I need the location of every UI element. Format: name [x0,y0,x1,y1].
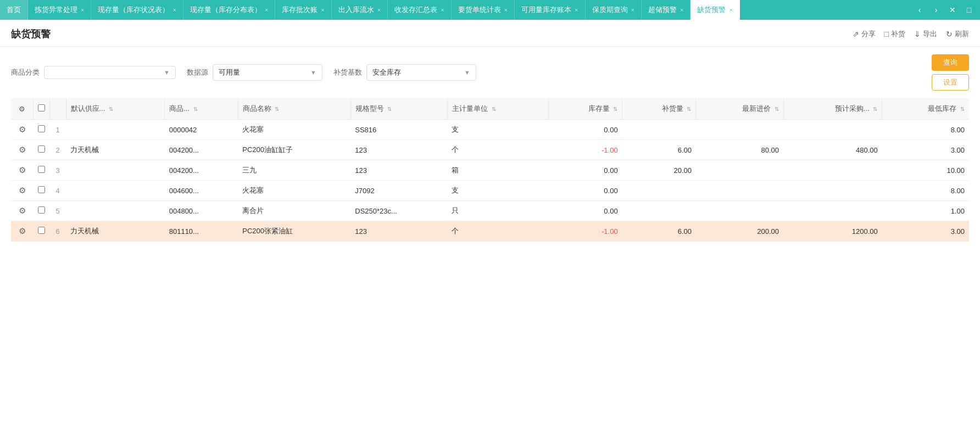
export-action[interactable]: ⇓ 导出 [914,29,937,39]
row-checkbox[interactable] [38,166,45,173]
export-icon: ⇓ [914,30,921,38]
col-gear: ⚙ [11,98,33,120]
row-stock: -1.00 [548,140,622,160]
table-row: ⚙ 3 004200... 三九 123 箱 0.00 20.00 10.00 [11,160,969,181]
row-spec: SS816 [350,120,447,140]
col-product-code-sort: ⇅ [193,106,198,112]
tab-picking[interactable]: 拣货异常处理 × [28,0,91,20]
row-product-name: 火花塞 [238,181,350,201]
row-checkbox[interactable] [38,206,45,214]
close-tab-expiry[interactable]: × [631,7,634,13]
col-supplier[interactable]: 默认供应... ⇅ [66,98,165,120]
data-table: ⚙ 默认供应... ⇅ 商品... ⇅ 商品名称 [11,98,969,242]
close-tab-inventory-dist[interactable]: × [265,7,268,13]
row-checkbox-cell [33,120,49,140]
tab-batch-account[interactable]: 库存批次账 × [275,0,331,20]
row-stock: 0.00 [548,181,622,201]
tab-expiry[interactable]: 保质期查询 × [586,0,642,20]
col-product-name[interactable]: 商品名称 ⇅ [238,98,350,120]
tab-available[interactable]: 可用量库存账本 × [515,0,585,20]
row-replenish-qty: 6.00 [622,221,696,242]
row-product-code: 004800... [165,201,238,221]
row-replenish-qty: 20.00 [622,160,696,181]
row-unit: 个 [447,221,548,242]
refresh-action[interactable]: ↻ 刷新 [946,29,969,39]
row-gear-icon[interactable]: ⚙ [19,226,26,236]
tab-home[interactable]: 首页 [0,0,28,20]
query-button[interactable]: 查询 [932,54,969,71]
row-est-purchase [783,160,882,181]
col-est-purchase[interactable]: 预计采购... ⇅ [783,98,882,120]
replenish-action[interactable]: □ 补货 [884,29,905,39]
close-tab-overstock[interactable]: × [680,7,683,13]
close-tab-batch-account[interactable]: × [321,7,324,13]
row-gear-cell: ⚙ [11,181,33,201]
close-tab-flow[interactable]: × [377,7,381,13]
row-spec: 123 [350,221,447,242]
row-number: 3 [49,160,66,181]
close-tab-shortage[interactable]: × [729,7,732,13]
row-replenish-qty: 6.00 [622,140,696,160]
row-number: 5 [49,201,66,221]
tab-inventory-status[interactable]: 现存量（库存状况表） × [91,0,183,20]
col-replenish-qty-sort: ⇅ [687,106,691,112]
tab-requisition[interactable]: 要货单统计表 × [452,0,515,20]
col-latest-price-sort: ⇅ [775,106,779,112]
close-tab-available[interactable]: × [575,7,578,13]
col-product-code[interactable]: 商品... ⇅ [165,98,238,120]
row-checkbox-cell [33,181,49,201]
row-est-purchase: 1200.00 [783,221,882,242]
row-gear-icon[interactable]: ⚙ [19,125,26,134]
row-checkbox[interactable] [38,227,45,234]
replenish-select[interactable]: 安全库存 ▼ [366,64,476,81]
row-latest-price: 80.00 [696,140,783,160]
nav-next-button[interactable]: › [928,3,944,16]
nav-fullscreen-button[interactable]: □ [961,3,977,16]
share-action[interactable]: ⇗ 分享 [853,29,876,39]
settings-button[interactable]: 设置 [932,74,969,91]
nav-close-button[interactable]: ✕ [945,3,960,16]
select-all-checkbox[interactable] [38,104,45,111]
col-min-stock[interactable]: 最低库存 ⇅ [882,98,969,120]
close-tab-picking[interactable]: × [81,7,84,13]
row-checkbox[interactable] [38,186,45,193]
row-supplier [66,160,165,181]
col-replenish-qty[interactable]: 补货量 ⇅ [622,98,696,120]
row-gear-icon[interactable]: ⚙ [19,145,26,154]
row-product-name: PC200张紧油缸 [238,221,350,242]
row-unit: 支 [447,120,548,140]
col-latest-price[interactable]: 最新进价 ⇅ [696,98,783,120]
close-tab-summary[interactable]: × [441,7,444,13]
row-checkbox[interactable] [38,125,45,132]
gear-header-icon[interactable]: ⚙ [19,105,25,113]
nav-prev-button[interactable]: ‹ [912,3,927,16]
col-spec[interactable]: 规格型号 ⇅ [350,98,447,120]
tab-overstock[interactable]: 超储预警 × [642,0,691,20]
row-checkbox[interactable] [38,145,45,153]
replenish-select-arrow: ▼ [464,69,470,76]
col-stock[interactable]: 库存量 ⇅ [548,98,622,120]
tab-summary[interactable]: 收发存汇总表 × [388,0,451,20]
tab-inventory-dist[interactable]: 现存量（库存分布表） × [183,0,275,20]
tab-flow[interactable]: 出入库流水 × [332,0,388,20]
row-gear-icon[interactable]: ⚙ [19,165,26,175]
table-row: ⚙ 5 004800... 离合片 DS250*23c... 只 0.00 1.… [11,201,969,221]
close-tab-requisition[interactable]: × [504,7,508,13]
row-checkbox-cell [33,160,49,181]
row-gear-icon[interactable]: ⚙ [19,186,26,195]
table-container: ⚙ 默认供应... ⇅ 商品... ⇅ 商品名称 [0,98,980,242]
row-replenish-qty [622,201,696,221]
row-product-name: PC200油缸缸子 [238,140,350,160]
page-header: 缺货预警 ⇗ 分享 □ 补货 ⇓ 导出 ↻ 刷新 [0,20,980,47]
row-supplier: 力天机械 [66,221,165,242]
row-est-purchase: 480.00 [783,140,882,160]
row-gear-icon[interactable]: ⚙ [19,206,26,215]
col-unit[interactable]: 主计量单位 ⇅ [447,98,548,120]
datasource-select[interactable]: 可用量 ▼ [213,64,322,81]
filter-actions: 查询 设置 [932,54,969,91]
close-tab-inventory-status[interactable]: × [172,7,176,13]
replenish-select-value: 安全库存 [372,68,401,77]
category-select[interactable]: ▼ [44,66,176,79]
tab-shortage[interactable]: 缺货预警 × [691,0,739,20]
table-row: ⚙ 1 0000042 火花塞 SS816 支 0.00 8.00 [11,120,969,140]
